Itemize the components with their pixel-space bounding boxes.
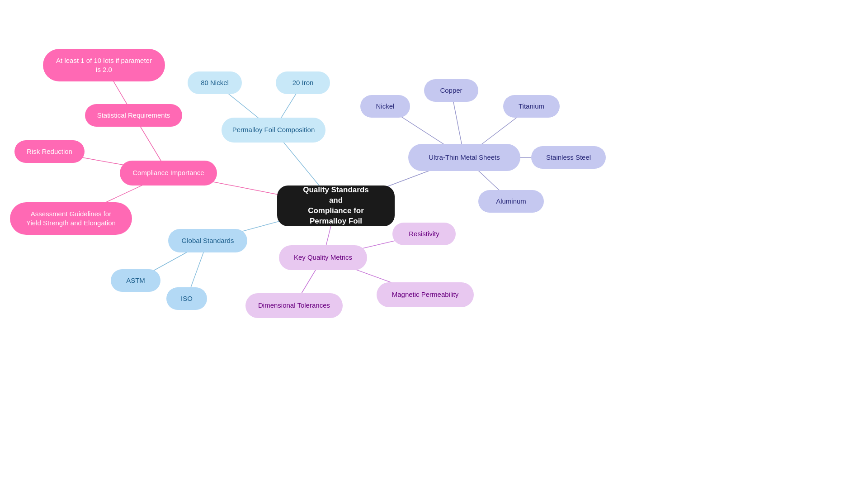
aluminum-label: Aluminum <box>496 197 526 206</box>
titanium-node: Titanium <box>503 95 560 118</box>
magnetic-permeability-label: Magnetic Permeability <box>392 290 459 299</box>
permalloy-foil-composition: Permalloy Foil Composition <box>222 118 326 143</box>
key-quality-metrics-label: Key Quality Metrics <box>294 253 352 262</box>
iron-20-label: 20 Iron <box>292 78 314 87</box>
aluminum-node: Aluminum <box>478 190 544 213</box>
iso-node: ISO <box>166 287 207 310</box>
key-quality-metrics-node: Key Quality Metrics <box>279 245 367 270</box>
iron-20-node: 20 Iron <box>276 71 330 94</box>
astm-label: ASTM <box>126 276 145 285</box>
stainless-steel-label: Stainless Steel <box>546 153 591 162</box>
statistical-requirements-node: Statistical Requirements <box>85 104 182 127</box>
copper-node: Copper <box>424 79 478 102</box>
compliance-importance-label: Compliance Importance <box>132 168 204 177</box>
risk-reduction-node: Risk Reduction <box>14 140 85 163</box>
dimensional-tolerances-node: Dimensional Tolerances <box>245 293 343 318</box>
dimensional-tolerances-label: Dimensional Tolerances <box>258 301 330 310</box>
magnetic-permeability-node: Magnetic Permeability <box>377 282 474 307</box>
center-node: Quality Standards and Compliance for Per… <box>277 186 395 226</box>
risk-reduction-label: Risk Reduction <box>27 147 72 156</box>
assessment-guidelines-node: Assessment Guidelines for Yield Strength… <box>10 202 132 235</box>
at-least-label: At least 1 of 10 lots if parameter is 2.… <box>56 56 152 75</box>
nickel-node: Nickel <box>360 95 410 118</box>
ultra-thin-label: Ultra-Thin Metal Sheets <box>429 153 500 162</box>
resistivity-label: Resistivity <box>409 229 439 238</box>
resistivity-node: Resistivity <box>392 223 456 245</box>
stainless-steel-node: Stainless Steel <box>531 146 606 169</box>
statistical-requirements-label: Statistical Requirements <box>97 111 170 120</box>
titanium-label: Titanium <box>519 102 544 111</box>
global-standards-label: Global Standards <box>182 236 234 245</box>
iso-label: ISO <box>181 294 193 303</box>
ultra-thin-node: Ultra-Thin Metal Sheets <box>408 144 520 171</box>
astm-node: ASTM <box>111 269 160 292</box>
global-standards-node: Global Standards <box>168 229 247 252</box>
nickel-label: Nickel <box>376 102 395 111</box>
assessment-guidelines-label: Assessment Guidelines for Yield Strength… <box>26 209 116 228</box>
at-least-node: At least 1 of 10 lots if parameter is 2.… <box>43 49 165 81</box>
center-label: Quality Standards and Compliance for Per… <box>295 185 377 227</box>
copper-label: Copper <box>440 86 462 95</box>
nickel-80-label: 80 Nickel <box>201 78 229 87</box>
nickel-80-node: 80 Nickel <box>188 71 242 94</box>
compliance-importance-node: Compliance Importance <box>120 161 217 186</box>
permalloy-label: Permalloy Foil Composition <box>232 125 315 134</box>
